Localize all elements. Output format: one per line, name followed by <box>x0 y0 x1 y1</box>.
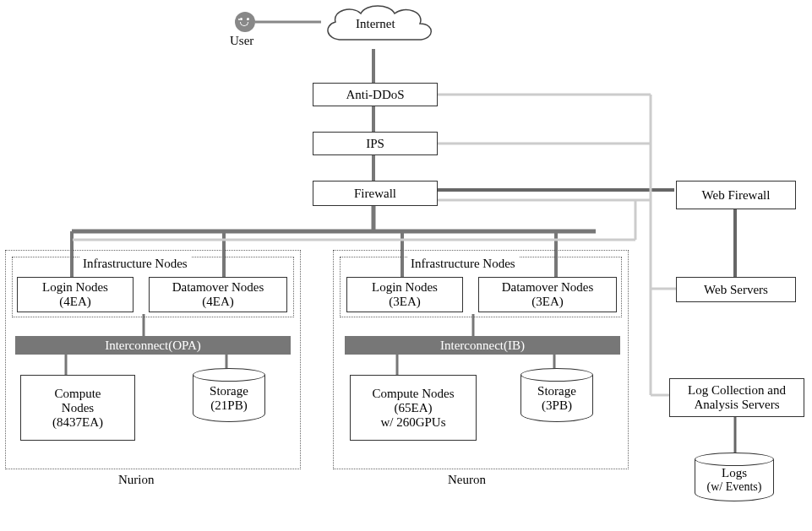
internet-label: Internet <box>356 17 395 31</box>
ips-label: IPS <box>366 137 384 151</box>
neuron-login-l1: Login Nodes <box>372 280 438 295</box>
neuron-dm-l2: (3EA) <box>531 295 564 309</box>
user-label: User <box>230 34 253 48</box>
user-icon <box>235 12 255 32</box>
logs-l1: Logs <box>722 466 747 480</box>
firewall-label: Firewall <box>354 187 396 201</box>
network-architecture-diagram: User Internet Anti-DDoS IPS Firewall Web… <box>0 0 812 531</box>
neuron-compute-l3: w/ 260GPUs <box>380 415 445 430</box>
nurion-login-l1: Login Nodes <box>42 280 108 295</box>
web-servers-label: Web Servers <box>704 283 768 297</box>
nurion-datamover-nodes: Datamover Nodes (4EA) <box>149 277 287 312</box>
internet-cloud: Internet <box>317 2 444 52</box>
nurion-compute-l1: Compute <box>55 387 101 401</box>
firewall-node: Firewall <box>313 181 438 206</box>
log-servers-node: Log Collection and Analysis Servers <box>669 378 804 417</box>
nurion-name: Nurion <box>118 473 155 487</box>
nurion-interconnect-label: Interconnect(OPA) <box>105 339 201 353</box>
log-servers-l2: Analysis Servers <box>694 398 779 412</box>
neuron-dm-l1: Datamover Nodes <box>502 280 594 295</box>
neuron-login-nodes: Login Nodes (3EA) <box>346 277 463 312</box>
anti-ddos-node: Anti-DDoS <box>313 83 438 106</box>
nurion-login-nodes: Login Nodes (4EA) <box>17 277 134 312</box>
logs-l2: (w/ Events) <box>707 480 762 494</box>
neuron-interconnect-label: Interconnect(IB) <box>440 339 525 353</box>
neuron-storage-l1: Storage <box>537 384 576 398</box>
neuron-login-l2: (3EA) <box>389 295 421 309</box>
web-servers-node: Web Servers <box>676 277 796 302</box>
log-servers-l1: Log Collection and <box>688 383 786 398</box>
neuron-compute-l2: (65EA) <box>395 401 433 415</box>
logs-cylinder: Logs (w/ Events) <box>695 459 774 501</box>
nurion-compute-l3: (8437EA) <box>52 415 103 430</box>
nurion-login-l2: (4EA) <box>59 295 91 309</box>
nurion-compute-nodes: Compute Nodes (8437EA) <box>20 375 135 441</box>
web-firewall-label: Web Firewall <box>702 188 771 203</box>
anti-ddos-label: Anti-DDoS <box>346 88 404 102</box>
neuron-compute-l1: Compute Nodes <box>372 387 454 401</box>
nurion-dm-l2: (4EA) <box>202 295 234 309</box>
nurion-dm-l1: Datamover Nodes <box>172 280 264 295</box>
web-firewall-node: Web Firewall <box>676 181 796 209</box>
neuron-name: Neuron <box>448 473 486 487</box>
neuron-storage-cylinder: Storage (3PB) <box>520 375 593 422</box>
nurion-storage-cylinder: Storage (21PB) <box>193 375 265 422</box>
nurion-storage-l2: (21PB) <box>210 398 247 413</box>
nurion-infra-title: Infrastructure Nodes <box>79 257 191 271</box>
neuron-infra-title: Infrastructure Nodes <box>407 257 519 271</box>
ips-node: IPS <box>313 132 438 155</box>
nurion-interconnect: Interconnect(OPA) <box>15 336 291 355</box>
neuron-datamover-nodes: Datamover Nodes (3EA) <box>478 277 617 312</box>
neuron-compute-nodes: Compute Nodes (65EA) w/ 260GPUs <box>350 375 477 441</box>
nurion-storage-l1: Storage <box>210 384 248 398</box>
neuron-storage-l2: (3PB) <box>542 398 572 413</box>
neuron-interconnect: Interconnect(IB) <box>345 336 620 355</box>
nurion-compute-l2: Nodes <box>62 401 94 415</box>
